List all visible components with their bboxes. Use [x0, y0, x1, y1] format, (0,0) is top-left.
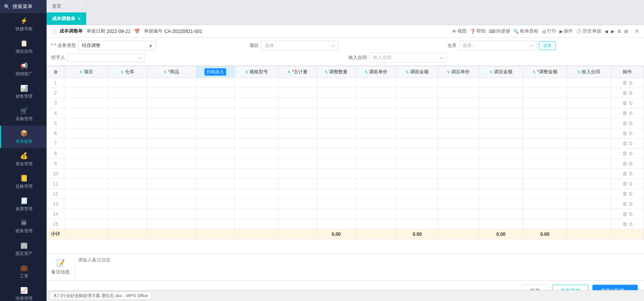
cell-product[interactable] [147, 118, 196, 128]
close-window-btn[interactable]: ✕ [634, 28, 639, 35]
cell-unit[interactable] [279, 98, 317, 108]
sidebar-item-tax[interactable]: 🏛税务管理 [0, 216, 47, 238]
cell-scan[interactable] [196, 138, 235, 149]
cell-unit[interactable] [279, 108, 317, 118]
cell-unit[interactable] [279, 88, 317, 98]
sidebar-item-purchase-mgmt[interactable]: 🛒采购管理 [0, 103, 47, 126]
cell-project[interactable] [64, 179, 108, 189]
sidebar-item-payroll[interactable]: 💼工资 [0, 260, 47, 283]
delete-icon[interactable]: 🗑 [622, 100, 627, 106]
copy-icon[interactable]: ⧉ [629, 171, 632, 177]
cell-qty[interactable] [317, 209, 355, 219]
delete-icon[interactable]: 🗑 [622, 90, 627, 96]
cell-warehouse[interactable] [108, 159, 147, 169]
cell-project[interactable] [64, 118, 108, 128]
cell-income[interactable] [567, 219, 611, 229]
delete-icon[interactable]: 🗑 [622, 191, 627, 197]
sidebar-item-invoice[interactable]: 🧾发票管理 [0, 193, 47, 216]
copy-icon[interactable]: ⧉ [629, 221, 632, 227]
cell-scan[interactable] [196, 128, 235, 138]
col-adjust[interactable]: ⇅ *调整金额 [523, 66, 567, 78]
cell-unit[interactable] [279, 209, 317, 219]
cell-amount2[interactable] [479, 159, 523, 169]
cell-qty[interactable] [317, 219, 355, 229]
cell-price2[interactable] [438, 118, 479, 128]
cell-price2[interactable] [438, 189, 479, 199]
cell-scan[interactable] [196, 189, 235, 199]
sidebar-item-finance[interactable]: 💰资金管理 [0, 148, 47, 171]
cell-income[interactable] [567, 149, 611, 159]
cell-unit[interactable] [279, 199, 317, 209]
cell-price2[interactable] [438, 199, 479, 209]
history-btn[interactable]: 🕐历史单据 [576, 28, 601, 35]
cell-scan[interactable] [196, 149, 235, 159]
cell-product[interactable] [147, 98, 196, 108]
cell-amount1[interactable] [396, 98, 438, 108]
cell-price1[interactable] [355, 138, 396, 149]
shortcut-btn[interactable]: ⌨快捷键 [489, 28, 510, 35]
cell-unit[interactable] [279, 149, 317, 159]
cell-amount1[interactable] [396, 78, 438, 88]
cell-product[interactable] [147, 199, 196, 209]
cell-income[interactable] [567, 128, 611, 138]
cell-adjust[interactable] [523, 78, 567, 88]
cell-income[interactable] [567, 209, 611, 219]
cell-price2[interactable] [438, 159, 479, 169]
copy-icon[interactable]: ⧉ [629, 181, 632, 187]
col-amount1[interactable]: ⇅ 调前金额 [396, 66, 438, 78]
cell-amount2[interactable] [479, 78, 523, 88]
cell-price2[interactable] [438, 179, 479, 189]
cell-income[interactable] [567, 159, 611, 169]
cell-amount1[interactable] [396, 179, 438, 189]
cell-product[interactable] [147, 179, 196, 189]
cell-spec[interactable] [235, 199, 279, 209]
project-select[interactable]: 选择... ··· [261, 41, 339, 50]
cell-spec[interactable] [235, 128, 279, 138]
sidebar-search[interactable]: 🔍 搜索菜单 [0, 0, 47, 13]
operation-btn[interactable]: ▶操作 [559, 28, 573, 35]
cell-price2[interactable] [438, 98, 479, 108]
cell-adjust[interactable] [523, 98, 567, 108]
cell-amount2[interactable] [479, 189, 523, 199]
cell-product[interactable] [147, 88, 196, 98]
cell-warehouse[interactable] [108, 128, 147, 138]
col-unit[interactable]: ⇅ *主计量 [279, 66, 317, 78]
cell-warehouse[interactable] [108, 88, 147, 98]
cell-price1[interactable] [355, 199, 396, 209]
sidebar-item-fixed-assets[interactable]: 🏢固定资产 [0, 238, 47, 260]
sidebar-item-sales-mgmt[interactable]: 📊销售管理 [0, 81, 47, 103]
copy-icon[interactable]: ⧉ [629, 140, 632, 147]
cell-qty[interactable] [317, 88, 355, 98]
cell-product[interactable] [147, 169, 196, 179]
copy-icon[interactable]: ⧉ [629, 110, 632, 116]
cell-qty[interactable] [317, 189, 355, 199]
cell-warehouse[interactable] [108, 189, 147, 199]
cell-unit[interactable] [279, 78, 317, 88]
cell-price1[interactable] [355, 118, 396, 128]
cell-scan[interactable] [196, 179, 235, 189]
cell-spec[interactable] [235, 179, 279, 189]
cell-adjust[interactable] [523, 108, 567, 118]
cell-price2[interactable] [438, 149, 479, 159]
sidebar-item-project-contract[interactable]: 📋项目合同 [0, 36, 47, 58]
cell-unit[interactable] [279, 219, 317, 229]
cell-income[interactable] [567, 78, 611, 88]
help-btn[interactable]: ❓帮助 [470, 28, 486, 35]
settings-button[interactable]: 设置 [539, 41, 556, 50]
cell-qty[interactable] [317, 98, 355, 108]
cell-amount1[interactable] [396, 159, 438, 169]
cell-qty[interactable] [317, 78, 355, 88]
cell-warehouse[interactable] [108, 98, 147, 108]
col-qty[interactable]: ⇅ 调整数量 [317, 66, 355, 78]
cell-scan[interactable] [196, 159, 235, 169]
cell-product[interactable] [147, 108, 196, 118]
cell-amount2[interactable] [479, 118, 523, 128]
cell-amount1[interactable] [396, 118, 438, 128]
cell-income[interactable] [567, 169, 611, 179]
cell-qty[interactable] [317, 118, 355, 128]
cell-qty[interactable] [317, 169, 355, 179]
cell-project[interactable] [64, 159, 108, 169]
remarks-input[interactable] [75, 254, 644, 280]
cell-amount2[interactable] [479, 138, 523, 149]
cell-project[interactable] [64, 189, 108, 199]
